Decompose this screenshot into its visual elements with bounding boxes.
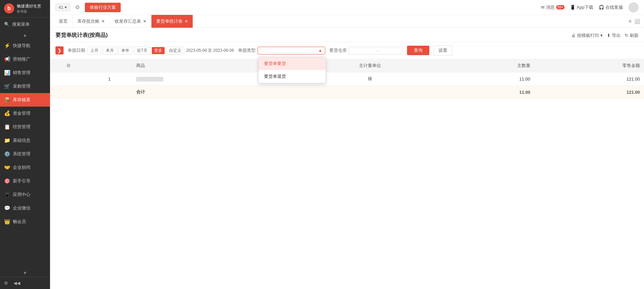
search-label: 搜索菜单 <box>12 21 30 27</box>
nav-label-wechat: 企业微信 <box>13 205 30 211</box>
summary-qty: 11.00 <box>425 86 534 99</box>
sidebar-item-guide[interactable]: 🎯新手引导 <box>0 174 50 188</box>
nav-icon-purchase: 🛒 <box>4 83 10 89</box>
settings-gear-btn[interactable]: ⚙ <box>73 3 82 12</box>
date-more-badge[interactable]: 更多 <box>152 47 165 54</box>
sidebar-item-apps[interactable]: 📱应用中心 <box>0 188 50 201</box>
sidebar-item-wechat[interactable]: 💬企业微信 <box>0 201 50 215</box>
sidebar-item-member[interactable]: 👑畅会员 <box>0 215 50 228</box>
nav-label-operations: 经营管理 <box>13 124 30 130</box>
table-column-settings-icon[interactable]: ⚙ <box>66 63 71 68</box>
date-last7days-btn[interactable]: 近7天 <box>134 47 150 54</box>
sidebar-nav: ⚡快捷导航📢营销推广📊销售管理🛒采购管理📦库存核算💰资金管理📋经营管理📁基础信息… <box>0 39 50 269</box>
nav-icon-basic: 📁 <box>4 137 10 143</box>
print-label: 按模板打印 <box>577 32 599 39</box>
online-service-btn[interactable]: 🎧 在线客服 <box>599 4 623 10</box>
page-actions: 🖨 按模板打印 ▾ ⬇ 导出 ↻ 刷新 <box>571 32 639 39</box>
date-curr-year-btn[interactable]: 本年 <box>118 47 133 54</box>
close-all-tabs-btn[interactable]: ✕ <box>628 19 632 24</box>
th-amount: 零售金额 <box>534 59 644 72</box>
restore-tab-btn[interactable]: ⬜ <box>634 19 640 24</box>
main-area: 41 ▾ ⚙ 体验行业方案 ✉ 消息 99+ 📱 App下载 🎧 在线客服 <box>50 0 644 289</box>
type-filter-group: 单据类型 ▲ 要货单要货 要货单退货 <box>238 47 325 54</box>
refresh-btn[interactable]: ↻ 刷新 <box>625 32 639 39</box>
sidebar-item-system[interactable]: ⚙️系统管理 <box>0 147 50 161</box>
sidebar-item-enterprise[interactable]: 🤝企业协同 <box>0 161 50 174</box>
nav-label-finance: 资金管理 <box>13 110 30 116</box>
tab-requisition-stats[interactable]: 要货单统计表 ✕ <box>151 15 193 28</box>
sidebar-item-quick-nav[interactable]: ⚡快捷导航 <box>0 39 50 52</box>
table-container: ⚙ 商品 主计量单位 主数量 零售金额 1 块 <box>50 59 644 289</box>
logo-sub: 标准版 <box>17 9 41 14</box>
nav-icon-sales: 📊 <box>4 70 10 76</box>
page-container: 要货单统计表(按商品) 🖨 按模板打印 ▾ ⬇ 导出 ↻ 刷新 <box>50 28 644 289</box>
page-header: 要货单统计表(按商品) 🖨 按模板打印 ▾ ⬇ 导出 ↻ 刷新 <box>50 28 644 42</box>
tab-requisition-stats-label: 要货单统计表 <box>156 18 183 24</box>
nav-label-quick-nav: 快捷导航 <box>13 43 30 49</box>
date-curr-month-btn[interactable]: 本月 <box>103 47 117 54</box>
topbar-right: ✉ 消息 99+ 📱 App下载 🎧 在线客服 <box>541 2 639 13</box>
th-qty: 主数量 <box>425 59 534 72</box>
filter-settings-btn[interactable]: 设置 <box>433 45 452 55</box>
tab-home-label: 首页 <box>59 18 68 24</box>
sidebar-item-inventory[interactable]: 📦库存核算 <box>0 93 50 107</box>
topbar-left: 41 ▾ ⚙ 体验行业方案 <box>55 3 537 12</box>
tab-receipt-summary[interactable]: 收发存汇总表 ✕ <box>110 15 151 28</box>
nav-icon-guide: 🎯 <box>4 178 10 184</box>
sidebar-item-marketing[interactable]: 📢营销推广 <box>0 52 50 66</box>
trial-btn[interactable]: 体验行业方案 <box>85 3 121 12</box>
user-avatar[interactable] <box>628 2 639 13</box>
sidebar-scroll-up[interactable]: ▲ <box>0 31 50 39</box>
dropdown-item-requisition-return[interactable]: 要货单退货 <box>259 70 326 83</box>
app-download-label: App下载 <box>577 4 593 10</box>
sidebar-item-finance[interactable]: 💰资金管理 <box>0 107 50 120</box>
tab-home[interactable]: 首页 <box>54 15 73 28</box>
warehouse-select[interactable]: ··· <box>349 47 403 54</box>
logo-text: 畅捷通好生意 <box>17 3 41 9</box>
online-service-label: 在线客服 <box>605 4 623 10</box>
export-label: 导出 <box>612 32 621 39</box>
tabs-right: ✕ ⬜ <box>628 19 640 24</box>
export-btn[interactable]: ⬇ 导出 <box>607 32 621 39</box>
nav-icon-operations: 📋 <box>4 124 10 130</box>
th-unit: 主计量单位 <box>315 59 425 72</box>
nav-icon-wechat: 💬 <box>4 205 10 211</box>
sidebar-collapse-btn[interactable]: ◀◀ <box>14 281 20 286</box>
search-icon: 🔍 <box>4 22 9 27</box>
nav-icon-apps: 📱 <box>4 192 10 198</box>
messages-btn[interactable]: ✉ 消息 99+ <box>541 4 565 10</box>
td-settings-0 <box>50 72 87 86</box>
print-btn[interactable]: 🖨 按模板打印 ▾ <box>571 32 603 39</box>
tab-inventory-batch[interactable]: 库存批次账 ✕ <box>73 15 110 28</box>
tab-requisition-stats-close[interactable]: ✕ <box>185 19 188 24</box>
query-btn[interactable]: 查询 <box>407 46 429 55</box>
tab-receipt-summary-close[interactable]: ✕ <box>143 19 146 24</box>
sidebar-item-basic[interactable]: 📁基础信息 <box>0 134 50 147</box>
sidebar-item-sales[interactable]: 📊销售管理 <box>0 66 50 80</box>
date-prev-month-btn[interactable]: 上月 <box>87 47 101 54</box>
warehouse-dots-icon: ··· <box>376 48 400 53</box>
print-chevron: ▾ <box>600 33 603 38</box>
type-dropdown-menu: 要货单要货 要货单退货 <box>258 57 326 83</box>
sidebar-item-purchase[interactable]: 🛒采购管理 <box>0 80 50 93</box>
breadcrumb-selector[interactable]: 41 ▾ <box>55 3 70 11</box>
sidebar-scroll-down[interactable]: ▼ <box>0 269 50 277</box>
type-select[interactable]: ▲ <box>258 47 325 54</box>
refresh-label: 刷新 <box>630 32 639 39</box>
sidebar-bottom: ⚙ ◀◀ <box>0 277 50 289</box>
messages-badge: 99+ <box>556 5 565 9</box>
date-custom-btn[interactable]: 自定义 <box>166 47 184 54</box>
sidebar-settings-btn[interactable]: ⚙ <box>4 281 8 286</box>
logo-icon: b <box>4 3 14 14</box>
td-amount-0: 121.00 <box>534 72 644 86</box>
filter-toggle-btn[interactable]: ❯ <box>55 46 64 54</box>
tab-inventory-batch-close[interactable]: ✕ <box>101 19 105 24</box>
sidebar-item-operations[interactable]: 📋经营管理 <box>0 120 50 134</box>
sidebar-search[interactable]: 🔍 搜索菜单 <box>0 18 50 31</box>
app-download-btn[interactable]: 📱 App下载 <box>570 4 593 10</box>
nav-label-enterprise: 企业协同 <box>13 164 30 171</box>
dropdown-item-requisition-order[interactable]: 要货单要货 <box>259 57 326 70</box>
type-select-input[interactable] <box>261 48 318 53</box>
selector-chevron-icon: ▾ <box>65 5 67 10</box>
phone-icon: 📱 <box>570 5 575 10</box>
